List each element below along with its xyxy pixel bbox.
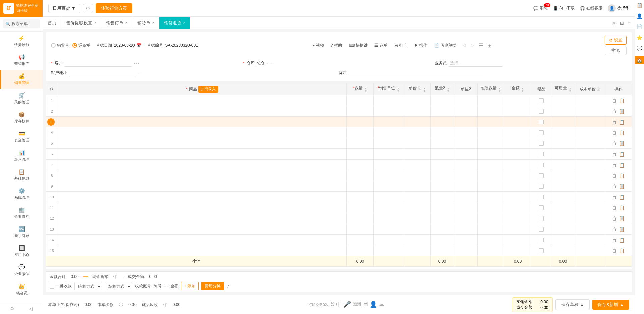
qty-cell[interactable] [347, 117, 374, 127]
operate-btn[interactable]: ▶ 操作 [412, 42, 429, 49]
pkg-cell[interactable] [478, 245, 504, 256]
qty-cell[interactable] [347, 224, 374, 235]
gift-checkbox[interactable] [533, 163, 550, 167]
copy-icon[interactable]: 📋 [619, 98, 625, 103]
amount-sort[interactable]: ▲▼ [521, 87, 524, 93]
pkg-cell[interactable] [478, 213, 504, 224]
available-cell[interactable] [551, 95, 575, 106]
amount-cell[interactable] [504, 138, 531, 149]
table-row[interactable]: 9 🗑 📋 [46, 181, 632, 192]
table-row[interactable]: 1 🗑 📋 [46, 95, 632, 106]
unit2-cell[interactable] [454, 202, 478, 213]
cost-cell[interactable] [575, 117, 605, 127]
unit2-cell[interactable] [454, 235, 478, 245]
delete-icon[interactable]: 🗑 [612, 216, 617, 221]
gift-checkbox[interactable] [533, 184, 550, 189]
gift-cell[interactable] [531, 117, 551, 127]
tab-sales-close[interactable]: × [152, 21, 154, 25]
amount-cell[interactable] [504, 181, 531, 192]
gift-checkbox[interactable] [533, 98, 550, 103]
table-row[interactable]: 5 🗑 📋 [46, 138, 632, 149]
qty-cell[interactable] [347, 245, 374, 256]
amount-cell[interactable] [504, 160, 531, 170]
price-sort[interactable]: ▲▼ [423, 87, 426, 93]
unit-cell[interactable] [374, 235, 404, 245]
sidebar-item-member[interactable]: 👑 畅会员 [0, 280, 43, 299]
video-btn[interactable]: ● 视频 [310, 42, 326, 49]
product-cell[interactable] [58, 192, 347, 202]
product-cell[interactable] [58, 202, 347, 213]
unit2-cell[interactable] [454, 181, 478, 192]
gift-cell[interactable] [531, 95, 551, 106]
available-cell[interactable] [551, 117, 575, 127]
search-button[interactable]: 🔍 搜索菜单 [3, 19, 40, 28]
unit-cell[interactable] [374, 127, 404, 138]
gear-icon[interactable]: ⚙ [50, 87, 54, 91]
add-row-btn[interactable]: + [47, 118, 55, 126]
qty2-cell[interactable] [431, 181, 454, 192]
available-cell[interactable] [551, 202, 575, 213]
right-icon-clipboard[interactable]: 📋 [637, 3, 642, 8]
available-cell[interactable] [551, 149, 575, 160]
price-cell[interactable] [404, 149, 431, 160]
tab-close-all-btn[interactable]: ✕ [610, 20, 617, 26]
amount-cell[interactable] [504, 149, 531, 160]
qty2-cell[interactable] [431, 117, 454, 127]
copy-icon[interactable]: 📋 [619, 194, 625, 200]
price-cell[interactable] [404, 192, 431, 202]
qty-cell[interactable] [347, 106, 374, 117]
available-cell[interactable] [551, 160, 575, 170]
product-cell[interactable] [58, 213, 347, 224]
cost-cell[interactable] [575, 202, 605, 213]
online-service-btn[interactable]: 🎧 在线客服 [580, 5, 602, 11]
pkg-cell[interactable] [478, 106, 504, 117]
add-payment-btn[interactable]: + 添加 [181, 282, 199, 290]
unit2-cell[interactable] [454, 213, 478, 224]
available-sort[interactable]: ▲▼ [569, 87, 571, 93]
radio-sales[interactable]: 销货单 [51, 43, 69, 48]
amount-cell[interactable] [504, 213, 531, 224]
qty2-cell[interactable] [431, 192, 454, 202]
settings-btn[interactable]: ⚙ 设置 [605, 36, 627, 45]
delete-icon[interactable]: 🗑 [612, 237, 617, 243]
cost-cell[interactable] [575, 235, 605, 245]
cost-cell[interactable] [575, 160, 605, 170]
salesperson-dots[interactable]: ··· [504, 61, 511, 66]
gift-checkbox[interactable] [533, 195, 550, 199]
right-icon-active[interactable]: 🏠 [635, 56, 644, 64]
gift-checkbox[interactable] [533, 173, 550, 178]
price-cell[interactable] [404, 181, 431, 192]
qty-cell[interactable] [347, 202, 374, 213]
customer-dots[interactable]: ··· [134, 61, 140, 66]
gift-cell[interactable] [531, 192, 551, 202]
product-cell[interactable] [58, 149, 347, 160]
amount-cell[interactable] [504, 192, 531, 202]
experience-btn[interactable]: 体验行业方案 [96, 3, 132, 13]
delete-icon[interactable]: 🗑 [612, 205, 617, 210]
sidebar-item-purchase[interactable]: 🛒 采购管理 [0, 89, 43, 108]
gift-checkbox[interactable] [533, 248, 550, 253]
gift-cell[interactable] [531, 106, 551, 117]
gift-cell[interactable] [531, 202, 551, 213]
tab-price-settings[interactable]: 售价提取设置 × [61, 17, 101, 29]
qty-cell[interactable] [347, 149, 374, 160]
available-cell[interactable] [551, 181, 575, 192]
pkg-cell[interactable] [478, 117, 504, 127]
cost-cell[interactable] [575, 95, 605, 106]
sidebar-item-quick-nav[interactable]: ⚡ 快捷导航 [0, 32, 43, 51]
price-cell[interactable] [404, 127, 431, 138]
amount-cell[interactable] [504, 202, 531, 213]
price-cell[interactable] [404, 224, 431, 235]
unit-cell[interactable] [374, 95, 404, 106]
gift-cell[interactable] [531, 235, 551, 245]
qty2-cell[interactable] [431, 170, 454, 181]
price-cell[interactable] [404, 106, 431, 117]
unit-cell[interactable] [374, 117, 404, 127]
table-row[interactable]: 13 🗑 📋 [46, 224, 632, 235]
price-cell[interactable] [404, 213, 431, 224]
salesperson-input[interactable] [449, 60, 502, 67]
qty-cell[interactable] [347, 138, 374, 149]
product-cell[interactable] [58, 181, 347, 192]
pkg-cell[interactable] [478, 95, 504, 106]
table-row[interactable]: 2 🗑 📋 [46, 106, 632, 117]
